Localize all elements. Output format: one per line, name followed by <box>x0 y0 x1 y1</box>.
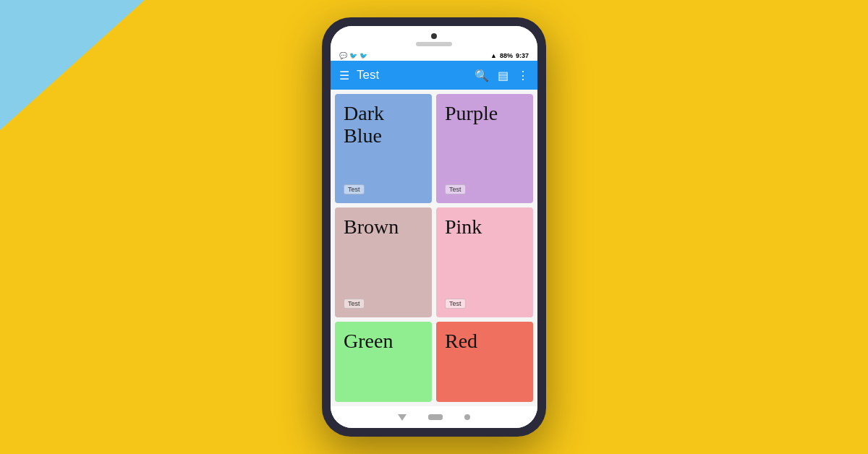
card-brown-title: Brown <box>344 216 423 239</box>
battery-text: 88% <box>500 52 513 59</box>
card-pink[interactable]: Pink Test <box>436 207 533 317</box>
card-brown-badge: Test <box>344 299 365 309</box>
bottom-bezel <box>331 406 537 428</box>
twitter-icon-1: 🐦 <box>349 52 357 59</box>
search-icon[interactable]: 🔍 <box>475 69 489 82</box>
toolbar-left: ☰ Test <box>339 68 379 82</box>
content-grid: DarkBlue Test Purple Test Brown Test Pin… <box>331 90 537 406</box>
card-purple-title: Purple <box>445 103 524 125</box>
card-pink-badge: Test <box>445 299 466 309</box>
front-camera <box>431 33 437 39</box>
menu-icon[interactable]: ☰ <box>339 69 349 82</box>
toolbar-right: 🔍 ▤ ⋮ <box>475 69 529 82</box>
toolbar-title: Test <box>357 68 379 82</box>
card-purple[interactable]: Purple Test <box>436 94 533 203</box>
status-left-icons: 💬 🐦 🐦 <box>339 52 367 59</box>
twitter-icon-2: 🐦 <box>359 52 367 59</box>
card-brown[interactable]: Brown Test <box>335 207 432 317</box>
phone-screen: 💬 🐦 🐦 ▲ 88% 9:37 ☰ Test 🔍 ▤ <box>331 26 537 428</box>
message-icon: 💬 <box>339 52 347 59</box>
card-green-title: Green <box>344 330 423 353</box>
card-dark-blue[interactable]: DarkBlue Test <box>335 94 432 203</box>
top-bezel <box>331 26 537 51</box>
card-dark-blue-badge: Test <box>344 184 365 194</box>
back-button[interactable] <box>398 414 407 421</box>
recents-button[interactable] <box>464 414 470 420</box>
home-button[interactable] <box>428 414 443 420</box>
scene: 💬 🐦 🐦 ▲ 88% 9:37 ☰ Test 🔍 ▤ <box>0 0 868 454</box>
card-green[interactable]: Green <box>335 322 432 402</box>
time-text: 9:37 <box>516 52 529 59</box>
card-pink-title: Pink <box>445 216 524 239</box>
card-red-title: Red <box>445 330 524 353</box>
status-right: ▲ 88% 9:37 <box>490 52 529 59</box>
more-icon[interactable]: ⋮ <box>517 69 529 82</box>
status-bar: 💬 🐦 🐦 ▲ 88% 9:37 <box>331 51 537 61</box>
card-dark-blue-title: DarkBlue <box>344 103 423 147</box>
toolbar: ☰ Test 🔍 ▤ ⋮ <box>331 61 537 90</box>
signal-icon: ▲ <box>490 52 497 59</box>
phone: 💬 🐦 🐦 ▲ 88% 9:37 ☰ Test 🔍 ▤ <box>322 17 546 437</box>
grid-icon[interactable]: ▤ <box>498 69 509 82</box>
card-red[interactable]: Red <box>436 322 533 402</box>
card-purple-badge: Test <box>445 184 466 194</box>
speaker <box>416 42 452 46</box>
